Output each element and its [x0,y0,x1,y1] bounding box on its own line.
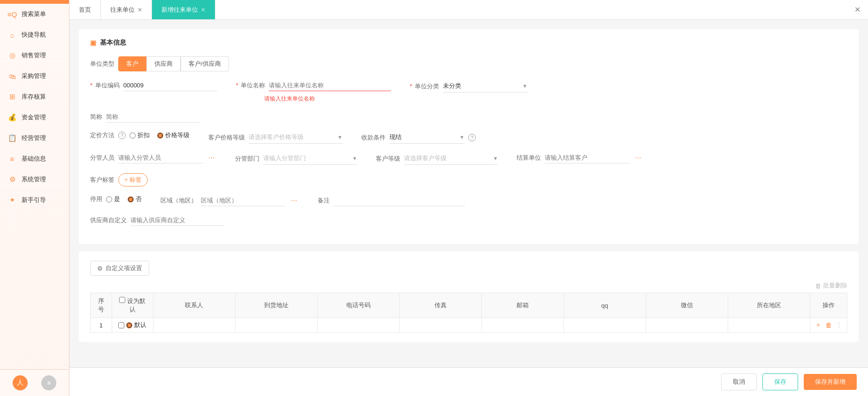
sidebar-item-finance[interactable]: 💰 资金管理 [0,107,69,128]
pricing-row: 定价方法 ? 折扣 价格等级 客户价格等级 [90,131,847,144]
sidebar-item-system-label: 系统管理 [22,175,46,184]
department-field: 分管部门 请输入分管部门 ▼ [235,152,357,165]
unit-type-group: 客户 供应商 客户/供应商 [118,56,229,71]
settlement-unit-input[interactable] [545,152,629,163]
unit-type-supplier-btn[interactable]: 供应商 [146,56,181,71]
customer-price-level-select[interactable]: 请选择客户价格等级 ▼ [249,131,343,144]
settlement-more-btn[interactable]: ··· [633,154,643,162]
supplier-custom-field: 供应商自定义 [90,215,224,226]
add-row-icon[interactable]: ＋ [815,321,822,329]
sidebar-item-inventory[interactable]: ⊞ 库存核算 [0,86,69,107]
customer-level-select[interactable]: 请选择客户等级 ▼ [404,152,498,165]
tab-partner-close[interactable]: ✕ [137,7,142,13]
select-all-checkbox[interactable] [119,297,125,303]
row-address[interactable] [235,318,317,333]
sidebar-item-guide-label: 新手引导 [22,196,46,204]
row-region[interactable] [728,318,810,333]
pricing-help-icon[interactable]: ? [118,132,126,139]
user-avatar[interactable]: 人 [13,375,28,390]
purchase-icon: 🛍 [8,71,17,81]
sidebar-item-sales[interactable]: ◎ 销售管理 [0,45,69,66]
sidebar-item-purchase[interactable]: 🛍 采购管理 [0,66,69,86]
settings-gear-icon: ⚙ [97,265,103,272]
disabled-yes-label[interactable]: 是 [106,195,120,203]
settings-footer-icon[interactable]: ≡ [41,375,56,390]
pricing-discount-label[interactable]: 折扣 [129,131,150,140]
payment-terms-field: 收款条件 现结 ▼ ? [361,131,476,144]
tab-new-partner[interactable]: 新增往来单位 ✕ [152,0,215,19]
pricing-level-radio[interactable] [157,132,163,139]
remarks-input[interactable] [334,195,465,206]
tab-partner[interactable]: 往来单位 ✕ [101,0,152,19]
pricing-level-label[interactable]: 价格等级 [157,131,190,140]
customer-level-field: 客户等级 请选择客户等级 ▼ [376,152,498,165]
disabled-no-radio[interactable] [128,196,134,202]
sidebar-item-operations[interactable]: 📋 经营管理 [0,128,69,148]
tab-home[interactable]: 首页 [69,0,101,19]
short-name-input[interactable] [106,111,200,123]
unit-type-customer-btn[interactable]: 客户 [118,56,146,71]
col-phone: 电话号码 [317,293,399,318]
contact-input[interactable] [158,322,230,329]
disabled-yes-radio[interactable] [106,196,112,202]
row-contact[interactable] [153,318,235,333]
sidebar-item-search[interactable]: ≡Q 搜索菜单 [0,4,69,24]
sidebar-item-quicknav[interactable]: ⌂ 快捷导航 [0,24,69,45]
settlement-unit-label: 结算单位 [517,154,541,162]
department-arrow: ▼ [352,155,357,161]
address-input[interactable] [240,322,312,329]
row-qq[interactable] [563,318,646,333]
inventory-icon: ⊞ [8,92,17,101]
sidebar-item-baseinfo[interactable]: ≡ 基础信息 [0,148,69,169]
row-actions: ＋ 🗑 ⋮ [810,318,847,333]
row-checkbox[interactable] [118,322,124,328]
customer-tag-field: 客户标签 + 标签 [90,173,148,186]
department-select[interactable]: 请输入分管部门 ▼ [263,152,357,165]
save-button[interactable]: 保存 [762,373,798,390]
unit-code-label: * 单位编码 [90,81,120,90]
home-icon: ⌂ [8,30,17,39]
pricing-method-field: 定价方法 ? 折扣 价格等级 [90,131,190,140]
payment-terms-help-icon[interactable]: ? [468,134,476,141]
wechat-input[interactable] [651,322,723,329]
region-row-input[interactable] [733,322,805,329]
cancel-button[interactable]: 取消 [721,373,757,390]
phone-input[interactable] [322,322,395,329]
delete-row-icon[interactable]: 🗑 [825,321,832,329]
sidebar-item-guide[interactable]: ✦ 新手引导 [0,190,69,210]
unit-code-input[interactable] [123,80,217,91]
row-wechat[interactable] [646,318,728,333]
unit-name-input[interactable] [269,80,391,91]
region-field: 区域（地区） ··· [160,195,299,206]
fax-input[interactable] [404,322,477,329]
col-index: 序号 [91,293,112,318]
sidebar-item-system[interactable]: ⚙ 系统管理 [0,169,69,190]
unit-category-select[interactable]: 未分类 ▼ [443,80,527,93]
region-more-btn[interactable]: ··· [289,196,299,205]
pricing-discount-radio[interactable] [129,132,136,139]
row-fax[interactable] [399,318,481,333]
row-email[interactable] [481,318,563,333]
disabled-no-label[interactable]: 否 [128,195,142,203]
email-input[interactable] [487,322,559,329]
row-phone[interactable] [317,318,399,333]
qq-input[interactable] [569,322,641,329]
supervisor-input[interactable] [118,152,203,163]
tab-new-partner-close[interactable]: ✕ [201,7,206,13]
supplier-custom-input[interactable] [130,215,224,226]
custom-settings-button[interactable]: ⚙ 自定义项设置 [90,261,149,276]
sidebar-item-baseinfo-label: 基础信息 [22,155,46,163]
unit-type-both-btn[interactable]: 客户/供应商 [181,56,229,71]
col-contact: 联系人 [153,293,235,318]
table-card: ⚙ 自定义项设置 🗑 批量删除 序号 设为默认 联系人 到货地址 [79,251,859,342]
payment-terms-select[interactable]: 现结 ▼ [389,131,464,144]
row-default-radio[interactable] [126,322,132,328]
save-new-button[interactable]: 保存并新增 [804,374,857,390]
supplier-custom-label: 供应商自定义 [90,216,127,225]
pricing-radio-group: 折扣 价格等级 [129,131,190,140]
window-close-button[interactable]: ✕ [847,5,868,14]
unit-type-field: 单位类型 客户 供应商 客户/供应商 [90,56,229,71]
supervisor-more-btn[interactable]: ··· [206,154,216,162]
add-tag-button[interactable]: + 标签 [118,173,148,186]
region-input[interactable] [201,195,285,206]
